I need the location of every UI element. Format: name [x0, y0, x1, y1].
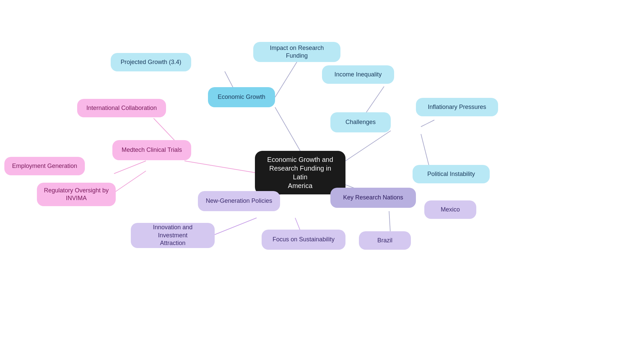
key-nations-label: Key Research Nations — [343, 194, 403, 201]
center-node: Economic Growth and Research Funding in … — [255, 151, 345, 194]
medtech-label: Medtech Clinical Trials — [121, 146, 182, 154]
projected-growth-node: Projected Growth (3.4) — [111, 53, 191, 71]
intl-collab-node: International Collaboration — [77, 99, 166, 117]
center-label: Economic Growth and Research Funding in … — [262, 155, 339, 190]
income-inequality-node: Income Inequality — [322, 65, 394, 84]
challenges-label: Challenges — [345, 118, 376, 126]
svg-line-3 — [345, 131, 391, 161]
impact-research-node: Impact on Research Funding — [253, 42, 340, 62]
economic-growth-node: Economic Growth — [208, 87, 275, 107]
svg-line-0 — [275, 107, 300, 151]
income-inequality-label: Income Inequality — [334, 71, 382, 78]
new-gen-node: New-Generation Policies — [198, 191, 280, 211]
employment-node: Employment Generation — [4, 157, 85, 175]
sustainability-label: Focus on Sustainability — [272, 236, 334, 243]
challenges-node: Challenges — [330, 112, 391, 132]
projected-growth-label: Projected Growth (3.4) — [120, 58, 181, 66]
mexico-node: Mexico — [424, 200, 476, 219]
svg-line-1 — [275, 62, 297, 97]
innovation-node: Innovation and Investment Attraction — [131, 223, 215, 248]
innovation-label: Innovation and Investment Attraction — [138, 224, 208, 247]
economic-growth-label: Economic Growth — [218, 93, 265, 101]
svg-line-5 — [421, 120, 434, 127]
key-nations-node: Key Research Nations — [330, 188, 416, 208]
svg-line-9 — [114, 161, 146, 174]
regulatory-label: Regulatory Oversight by INVIMA — [44, 187, 109, 202]
regulatory-node: Regulatory Oversight by INVIMA — [37, 183, 116, 206]
svg-line-7 — [184, 161, 255, 173]
employment-label: Employment Generation — [12, 162, 77, 170]
medtech-node: Medtech Clinical Trials — [112, 140, 191, 160]
new-gen-label: New-Generation Policies — [206, 197, 272, 205]
political-instability-label: Political Instability — [427, 170, 475, 178]
inflationary-pressures-node: Inflationary Pressures — [416, 98, 498, 116]
inflationary-pressures-label: Inflationary Pressures — [428, 103, 486, 111]
brazil-node: Brazil — [359, 231, 411, 250]
sustainability-node: Focus on Sustainability — [262, 230, 345, 250]
impact-research-label: Impact on Research Funding — [260, 44, 334, 60]
mexico-label: Mexico — [441, 206, 460, 214]
political-instability-node: Political Instability — [413, 165, 490, 183]
brazil-label: Brazil — [377, 237, 392, 244]
intl-collab-label: International Collaboration — [86, 104, 157, 112]
